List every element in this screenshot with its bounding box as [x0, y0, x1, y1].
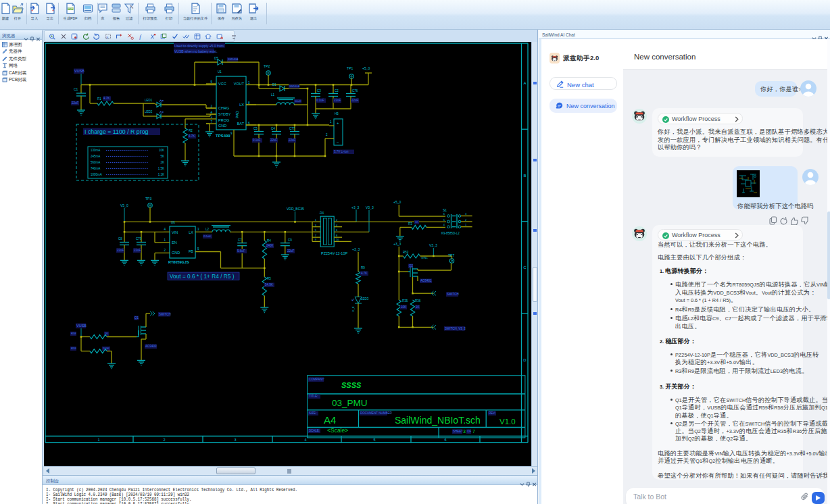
- svg-text:2: 2: [163, 438, 165, 442]
- svg-text:A: A: [523, 81, 526, 85]
- svg-text:TP1: TP1: [347, 66, 353, 70]
- svg-text:STDBY: STDBY: [218, 112, 231, 116]
- svg-text:C2: C2: [335, 89, 339, 93]
- svg-text:7: 7: [315, 234, 317, 237]
- svg-text:K_K: K_K: [351, 306, 355, 311]
- svg-text:V5_0: V5_0: [120, 203, 128, 207]
- svg-text:1: 1: [164, 238, 166, 242]
- svg-text:4: 4: [164, 228, 166, 231]
- svg-text:+3_3: +3_3: [351, 205, 359, 209]
- svg-text:3: 3: [197, 228, 199, 231]
- svg-text:C8: C8: [118, 237, 122, 241]
- svg-text:740mA: 740mA: [91, 167, 100, 170]
- svg-text:A4: A4: [324, 414, 336, 426]
- svg-text:6: 6: [443, 212, 445, 216]
- svg-text:N: N: [106, 36, 108, 39]
- svg-text:AO3400: AO3400: [145, 345, 157, 348]
- svg-text:245mA: 245mA: [91, 155, 100, 158]
- svg-text:5K: 5K: [160, 155, 164, 158]
- svg-text:2.2uH: 2.2uH: [203, 234, 211, 238]
- svg-text:5.6uF: 5.6uF: [237, 249, 245, 253]
- svg-text:0.1uF: 0.1uF: [253, 138, 261, 142]
- svg-text:S1: S1: [443, 208, 447, 212]
- svg-text:R1: R1: [97, 97, 101, 101]
- svg-text:C4: C4: [271, 127, 275, 130]
- svg-text:10K: 10K: [401, 305, 406, 309]
- svg-text:f: f: [139, 33, 142, 40]
- svg-text:SIZE:: SIZE:: [309, 411, 316, 415]
- svg-text:9: 9: [230, 132, 233, 135]
- svg-text:22uF: 22uF: [289, 138, 296, 142]
- svg-text:R36: R36: [415, 299, 421, 303]
- svg-text:+5_0: +5_0: [393, 200, 401, 204]
- svg-text:LED1: LED1: [145, 99, 153, 102]
- svg-text:0.1uF: 0.1uF: [316, 99, 324, 102]
- svg-text:6: 6: [336, 228, 338, 232]
- svg-text:240K: 240K: [266, 244, 274, 247]
- svg-text:R9: R9: [361, 266, 365, 270]
- svg-text:VUSB: VUSB: [74, 69, 84, 73]
- svg-text:SHEET: SHEET: [453, 430, 463, 433]
- svg-text:SSSS: SSSS: [341, 381, 362, 389]
- svg-text:R35: R35: [402, 299, 408, 303]
- svg-text:5: 5: [373, 438, 375, 442]
- svg-text:22uF: 22uF: [287, 249, 295, 253]
- svg-text:Q1: Q1: [135, 316, 139, 320]
- svg-text:TITLE:: TITLE:: [309, 395, 318, 398]
- svg-text:.D4: .D4: [319, 211, 324, 215]
- svg-text:SWITCH_V3_3: SWITCH_V3_3: [445, 327, 466, 330]
- svg-text:+3_3: +3_3: [393, 242, 401, 246]
- svg-text:22uF: 22uF: [72, 101, 79, 105]
- svg-text:1.1K: 1.1K: [158, 173, 164, 176]
- svg-text:6: 6: [444, 438, 446, 442]
- svg-text:FB: FB: [189, 249, 193, 253]
- svg-text:1K: 1K: [416, 305, 420, 309]
- svg-text:130mA: 130mA: [91, 149, 100, 152]
- svg-text:9: 9: [315, 238, 317, 241]
- svg-text:REV:: REV:: [489, 411, 495, 415]
- svg-text:1: 1: [465, 223, 467, 226]
- svg-text:2: 2: [164, 249, 166, 252]
- svg-text:C9: C9: [288, 238, 292, 242]
- svg-text:RT8059GJS: RT8059GJS: [168, 260, 189, 264]
- svg-text:AO3401: AO3401: [420, 279, 432, 282]
- svg-text:10: 10: [336, 238, 339, 241]
- svg-text:3: 3: [234, 438, 236, 442]
- svg-text:C79: C79: [136, 237, 142, 241]
- svg-text:C3: C3: [317, 89, 321, 93]
- svg-text:560mA: 560mA: [91, 161, 100, 164]
- svg-text:TPS400: TPS400: [216, 134, 230, 138]
- svg-text:VUSB: VUSB: [76, 324, 87, 328]
- svg-text:4: 4: [210, 111, 212, 114]
- svg-text:4: 4: [443, 223, 445, 226]
- svg-text:22uF: 22uF: [134, 249, 141, 252]
- svg-text:COMPANY:: COMPANY:: [309, 378, 324, 381]
- svg-text:OF: OF: [467, 430, 472, 433]
- svg-text:C1: C1: [74, 87, 78, 91]
- svg-text:H5: H5: [335, 112, 339, 116]
- svg-text:8: 8: [248, 101, 250, 105]
- svg-text:5: 5: [210, 80, 212, 84]
- svg-text:SCALE:: SCALE:: [309, 429, 320, 432]
- svg-text:C76: C76: [352, 89, 358, 93]
- svg-text:VUSB when no battery exist.: VUSB when no battery exist.: [174, 49, 218, 53]
- svg-text:10K: 10K: [159, 149, 164, 152]
- svg-text:C: C: [523, 266, 527, 270]
- svg-text:K9-8585D-L2: K9-8585D-L2: [441, 232, 460, 235]
- svg-text:5: 5: [197, 247, 199, 251]
- svg-text:U6: U6: [171, 221, 175, 224]
- svg-text:1: 1: [330, 120, 332, 124]
- svg-text:PZ254V-12-10P: PZ254V-12-10P: [321, 251, 347, 255]
- svg-text:LX: LX: [189, 230, 193, 234]
- svg-text:7: 7: [210, 120, 212, 124]
- svg-text:22uF: 22uF: [334, 99, 341, 102]
- svg-text:D1: D1: [272, 83, 276, 86]
- svg-text:8: 8: [336, 234, 338, 237]
- svg-text:1K: 1K: [415, 220, 418, 224]
- svg-text:V3_3: V3_3: [366, 205, 374, 209]
- svg-text:SM540A: SM540A: [289, 84, 300, 88]
- svg-text:I charge = 1100 / R prog: I charge = 1100 / R prog: [84, 128, 149, 135]
- svg-text:5: 5: [315, 228, 317, 232]
- svg-text:10uH: 10uH: [295, 99, 301, 103]
- svg-text:SM540A: SM540A: [228, 57, 239, 61]
